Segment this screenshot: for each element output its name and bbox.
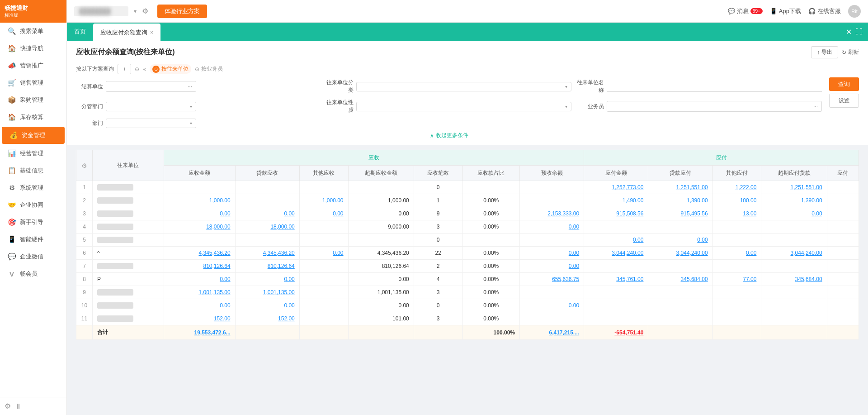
branch-dept-select[interactable]: ▾: [106, 119, 196, 128]
collapse-btn[interactable]: ∧ 收起更多条件: [76, 132, 822, 139]
unit-nature-label: 往来单位性质: [326, 99, 354, 114]
sidebar-item-label: 快捷导航: [20, 44, 43, 52]
filter-item-unit-nature: 往来单位性质 ▾: [326, 99, 571, 114]
table-row: 3 0.000.000.000.0090.00%2,153,333.00915,…: [76, 207, 859, 220]
footer-ap-amount[interactable]: -654,751.40: [584, 325, 648, 340]
table-row: 1 01,252,773.001,251,551.001,222.001,251…: [76, 181, 859, 194]
footer-prepay-balance[interactable]: 6,417,215....: [519, 325, 584, 340]
ar-count-header: 应收笔数: [414, 166, 462, 181]
settlement-unit-label: 结算单位: [76, 83, 103, 91]
settlement-unit-input[interactable]: ···: [106, 81, 196, 92]
sidebar-item-label: 企业协同: [20, 201, 43, 209]
top-header: ████████ ▾ ⚙ 体验行业方案 💬 消息 99+ 📱 App下载 🎧 在…: [67, 0, 868, 23]
filter-row-2: 分管部门 ▾ 往来单位性质: [76, 99, 822, 114]
tab-close-icon[interactable]: ×: [150, 29, 153, 36]
scheme-by-unit-icon: ⊙: [152, 66, 160, 73]
dept-label: 分管部门: [76, 103, 103, 110]
sidebar-item-system[interactable]: ⚙ 系统管理: [0, 179, 66, 196]
loan-ar-header: 贷款应收: [235, 166, 299, 181]
filter-item-salesperson: 业务员 ···: [577, 101, 822, 112]
prev-scheme-icon[interactable]: «: [143, 66, 146, 72]
unit-name-input[interactable]: [607, 81, 822, 92]
table-settings-icon[interactable]: ⚙: [81, 162, 87, 169]
cta-button[interactable]: 体验行业方案: [157, 5, 207, 18]
sidebar-item-label: 营销推广: [20, 62, 43, 70]
sidebar-item-label: 库存核算: [20, 113, 43, 121]
dots-icon: ···: [813, 103, 818, 110]
setting-button[interactable]: 设置: [829, 94, 859, 108]
ar-group-header: 应收: [164, 150, 584, 166]
sidebar-item-quick-nav[interactable]: 🏠 快捷导航: [0, 40, 66, 57]
table-row: 11 152.00152.00101.0030.00%: [76, 312, 859, 325]
unit-nature-select[interactable]: ▾: [356, 102, 571, 111]
page-content: 应收应付余额查询(按往来单位) ↑ 导出 ↻ 刷新: [67, 41, 868, 415]
prepay-balance-header: 预收余额: [519, 166, 584, 181]
app-download-icon: 📱: [770, 8, 777, 14]
edit-scheme-icon[interactable]: ⊙: [135, 66, 139, 72]
settings-footer-icon[interactable]: ⚙: [5, 402, 11, 410]
operations-icon: 📊: [7, 149, 16, 157]
unit-category-select[interactable]: ▾: [356, 82, 571, 91]
dots-icon: ···: [188, 83, 192, 90]
sidebar-nav: 🔍 搜索菜单 🏠 快捷导航 📣 营销推广 🛒 销售管理 📦 采购管理 🏠: [0, 23, 66, 397]
hardware-icon: 📱: [7, 235, 16, 243]
scheme-label: 按以下方案查询: [76, 65, 114, 73]
sidebar-item-search-menu[interactable]: 🔍 搜索菜单: [0, 23, 66, 40]
export-button[interactable]: ↑ 导出: [811, 46, 838, 58]
refresh-button[interactable]: ↻ 刷新: [842, 46, 859, 58]
sidebar-item-newbie-guide[interactable]: 🎯 新手引导: [0, 214, 66, 231]
filter-wrapper: 按以下方案查询 ＋ ⊙ « ⊙ 按往来单位 ⊙ 按业务员: [76, 64, 859, 139]
overdue-ap-header: 超期应付货款: [761, 166, 827, 181]
table-row: 9 1,001,135.001,001,135.001,001,135.0030…: [76, 286, 859, 299]
basic-info-icon: 📋: [7, 167, 16, 175]
add-scheme-btn[interactable]: ＋: [118, 64, 131, 74]
message-badge: 99+: [750, 8, 763, 14]
sidebar-item-marketing[interactable]: 📣 营销推广: [0, 57, 66, 74]
sidebar-item-enterprise-wechat[interactable]: 💬 企业微信: [0, 248, 66, 265]
gear-icon[interactable]: ⚙: [142, 7, 148, 15]
filter-right-buttons: 查询 设置: [829, 64, 859, 139]
user-avatar[interactable]: Rit: [848, 5, 861, 18]
query-button[interactable]: 查询: [829, 77, 859, 91]
sidebar-item-operations[interactable]: 📊 经营管理: [0, 145, 66, 162]
sidebar-item-enterprise-collab[interactable]: 🤝 企业协同: [0, 196, 66, 214]
overdue-ar-header: 超期应收金额: [348, 166, 414, 181]
filter-area: 按以下方案查询 ＋ ⊙ « ⊙ 按往来单位 ⊙ 按业务员: [76, 64, 859, 145]
close-window-icon[interactable]: ✕: [846, 28, 852, 36]
app-download-item[interactable]: 📱 App下载: [770, 7, 801, 15]
page-actions: ↑ 导出 ↻ 刷新: [811, 46, 859, 58]
salesperson-input[interactable]: ···: [607, 101, 822, 112]
sidebar-item-inventory[interactable]: 🏠 库存核算: [0, 109, 66, 126]
table-area: ⚙ 往来单位 应收 应付 应收金额 贷款应收 其他应收 超期应收金额 应收笔数: [67, 150, 868, 415]
table-row: 6^4,345,436.204,345,436.200.004,345,436.…: [76, 247, 859, 260]
unit-category-label: 往来单位分类: [326, 79, 354, 94]
tab-ar-ap-query[interactable]: 应收应付余额查询 ×: [93, 24, 160, 42]
ap-group-header: 应付: [584, 150, 859, 166]
online-service-item[interactable]: 🎧 在线客服: [808, 7, 841, 15]
sidebar-item-sales[interactable]: 🛒 销售管理: [0, 74, 66, 91]
message-item[interactable]: 💬 消息 99+: [728, 7, 763, 15]
service-icon: 🎧: [808, 8, 816, 14]
scheme-by-staff-label: 按业务员: [201, 65, 223, 73]
scheme-by-unit-label: 按往来单位: [161, 65, 189, 73]
sidebar-item-basic-info[interactable]: 📋 基础信息: [0, 162, 66, 179]
app-download-label: App下载: [779, 7, 801, 15]
sidebar-item-purchase[interactable]: 📦 采购管理: [0, 91, 66, 109]
system-icon: ⚙: [7, 184, 16, 192]
scheme-by-unit[interactable]: ⊙ 按往来单位: [150, 64, 191, 74]
sidebar-item-member[interactable]: V 畅会员: [0, 265, 66, 282]
sidebar: 畅捷通财 标准版 🔍 搜索菜单 🏠 快捷导航 📣 营销推广 🛒 销售管理: [0, 0, 67, 415]
footer-ar-amount[interactable]: 19,553,472,6...: [164, 325, 235, 340]
ar-ratio-header: 应收款占比: [462, 166, 519, 181]
scheme-by-staff[interactable]: ⊙ 按业务员: [195, 65, 223, 73]
collapse-footer-icon[interactable]: ⏸: [14, 402, 22, 410]
scheme-by-staff-icon: ⊙: [195, 66, 199, 72]
tab-home-label: 首页: [74, 28, 86, 36]
maximize-icon[interactable]: ⛶: [855, 28, 863, 36]
sidebar-item-smart-hardware[interactable]: 📱 智能硬件: [0, 231, 66, 248]
inventory-icon: 🏠: [7, 113, 16, 121]
dept-select[interactable]: ▾: [106, 102, 196, 111]
sidebar-item-finance[interactable]: 💰 资金管理: [2, 127, 65, 144]
tab-home[interactable]: 首页: [67, 23, 93, 41]
logo-sub: 标准版: [5, 12, 28, 19]
